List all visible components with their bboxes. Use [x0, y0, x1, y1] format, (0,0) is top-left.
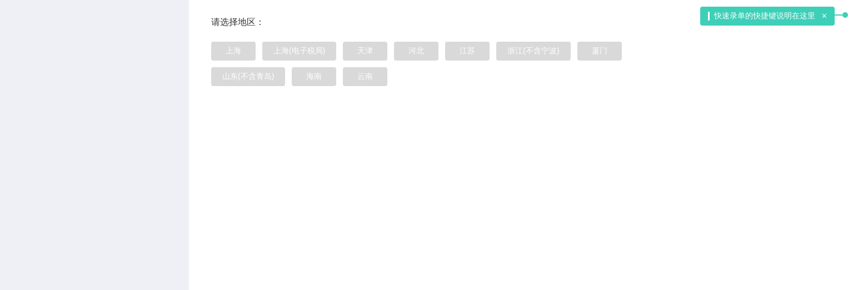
- region-btn-yunnan[interactable]: 云南: [343, 67, 387, 86]
- region-row-1: 上海 上海(电子税局) 天津 河北 江苏 浙江(不含宁波) 厦门: [211, 42, 846, 61]
- region-btn-hainan[interactable]: 海南: [292, 67, 336, 86]
- tooltip-close-button[interactable]: ×: [822, 12, 827, 21]
- region-row-2: 山东(不含青岛) 海南 云南: [211, 67, 846, 86]
- tooltip-connector-line: [835, 14, 842, 16]
- region-btn-tianjin[interactable]: 天津: [343, 42, 387, 61]
- tooltip-bar: [708, 12, 710, 21]
- region-btn-jiangsu[interactable]: 江苏: [445, 42, 490, 61]
- region-btn-xiamen[interactable]: 厦门: [577, 42, 622, 61]
- left-sidebar: [0, 0, 189, 290]
- region-btn-zhejiang[interactable]: 浙江(不含宁波): [496, 42, 570, 61]
- tooltip-banner: 快速录单的快捷键说明在这里 ×: [700, 7, 835, 26]
- region-btn-shanghai-etax[interactable]: 上海(电子税局): [262, 42, 336, 61]
- region-btn-shanghai[interactable]: 上海: [211, 42, 256, 61]
- main-content: 请选择地区： 上海 上海(电子税局) 天津 河北 江苏 浙江(不含宁波) 厦门 …: [189, 0, 868, 290]
- region-btn-shandong[interactable]: 山东(不含青岛): [211, 67, 285, 86]
- tooltip-text: 快速录单的快捷键说明在这里: [714, 11, 815, 21]
- region-btn-hebei[interactable]: 河北: [394, 42, 438, 61]
- tooltip-connector-dot: [842, 12, 848, 18]
